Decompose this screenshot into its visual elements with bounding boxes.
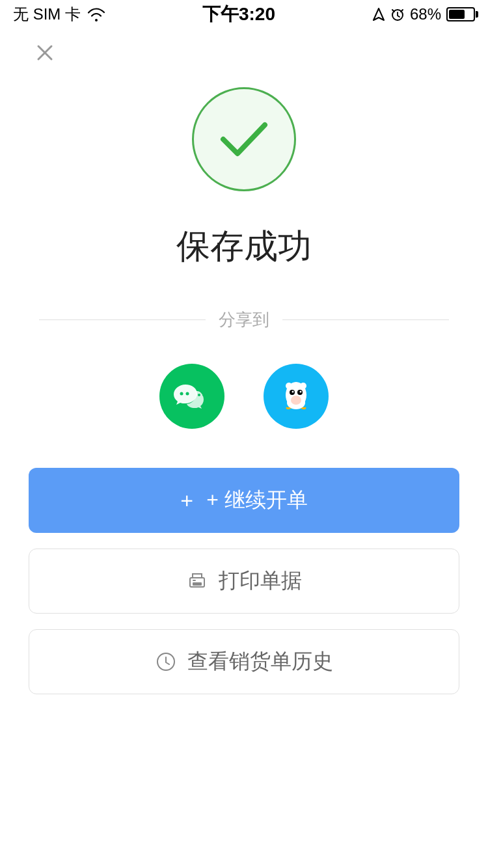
- status-right: 68%: [372, 5, 475, 23]
- success-circle: [192, 87, 296, 191]
- view-history-button[interactable]: 查看销货单历史: [29, 629, 459, 694]
- continue-order-icon: +: [180, 488, 193, 513]
- share-label: 分享到: [219, 308, 269, 331]
- close-button[interactable]: [29, 36, 61, 69]
- status-time: 下午3:20: [202, 2, 275, 27]
- battery-indicator: [446, 7, 475, 21]
- print-icon: [186, 570, 208, 592]
- divider-left: [39, 319, 206, 320]
- svg-rect-16: [193, 582, 202, 586]
- success-title: 保存成功: [176, 224, 312, 269]
- continue-order-label: + 继续开单: [206, 486, 308, 515]
- divider-right: [282, 319, 449, 320]
- status-bar: 无 SIM 卡 下午3:20 68%: [0, 0, 488, 29]
- divider-row: 分享到: [39, 308, 449, 331]
- history-icon: [155, 651, 177, 673]
- close-icon: [34, 42, 55, 63]
- svg-point-11: [286, 383, 292, 389]
- svg-point-12: [300, 383, 306, 389]
- battery-percentage: 68%: [410, 5, 441, 23]
- view-history-label: 查看销货单历史: [187, 647, 333, 676]
- svg-point-10: [300, 391, 302, 393]
- qq-logo: [277, 377, 316, 416]
- location-icon: [372, 7, 385, 21]
- svg-point-4: [198, 394, 200, 396]
- svg-point-5: [202, 394, 205, 396]
- print-receipt-label: 打印单据: [219, 567, 302, 595]
- print-receipt-button[interactable]: 打印单据: [29, 549, 459, 614]
- carrier-text: 无 SIM 卡: [13, 4, 81, 25]
- svg-point-3: [186, 392, 189, 396]
- continue-order-button[interactable]: + + 继续开单: [29, 468, 459, 533]
- main-content: 保存成功 分享到: [0, 29, 488, 694]
- svg-rect-17: [193, 580, 196, 581]
- wechat-share-button[interactable]: [159, 364, 224, 429]
- checkmark-icon: [218, 120, 270, 159]
- status-left: 无 SIM 卡: [13, 4, 105, 25]
- actions: + + 继续开单 打印单据 查看销货单历史: [0, 468, 488, 694]
- svg-point-9: [292, 391, 294, 393]
- wifi-icon: [87, 7, 105, 21]
- share-icons: [159, 364, 329, 429]
- qq-share-button[interactable]: [264, 364, 329, 429]
- share-section: 分享到: [0, 308, 488, 429]
- svg-point-2: [180, 392, 183, 396]
- svg-point-14: [291, 396, 301, 405]
- wechat-logo: [172, 379, 211, 413]
- alarm-icon: [390, 7, 405, 21]
